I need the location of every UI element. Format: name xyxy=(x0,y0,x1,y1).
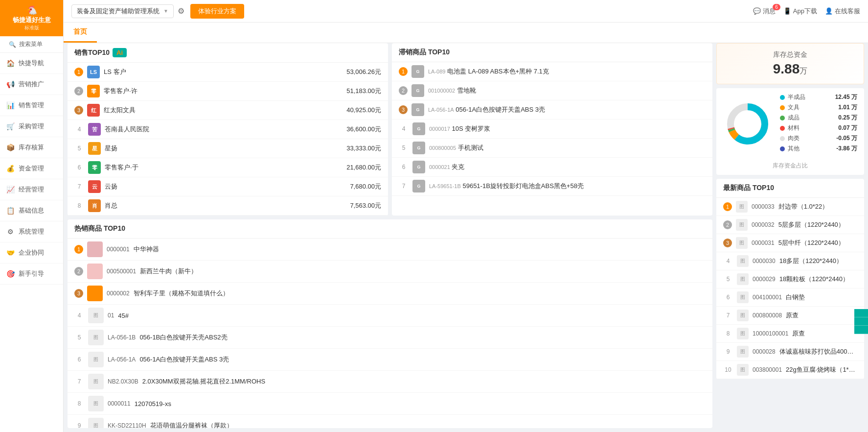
rank-number: 8 xyxy=(723,330,733,337)
sale-value: 40,925.00元 xyxy=(346,106,381,115)
trial-button[interactable]: 体验行业方案 xyxy=(190,4,244,19)
donut-chart-card: 半成品 12.45 万 文具 1.01 万 成品 0.25 万 材料 xyxy=(716,88,864,175)
product-row: 6 图 LA-056-1A 056-1A白色按键开关盖ABS 3壳 xyxy=(68,349,712,371)
product-code: 0000029 xyxy=(753,276,776,283)
float-btn-service[interactable]: 客服热线 xyxy=(854,309,868,317)
float-btn-community[interactable]: 服务社区 xyxy=(854,317,868,326)
product-image xyxy=(87,241,103,257)
donut-chart xyxy=(723,99,772,148)
sale-value: 36,600.00元 xyxy=(346,125,381,134)
table-row: 1 G LA-089 电池盖 LA-089 ABS本色+黑种 7.1克 xyxy=(392,62,712,81)
management-icon: 📈 xyxy=(6,186,15,193)
rank-number: 2 xyxy=(723,220,732,229)
rank-number: 9 xyxy=(74,422,84,428)
sidebar-item-jichu[interactable]: 📋 基础信息 xyxy=(0,200,63,221)
sidebar-search[interactable]: 🔍 搜索菜单 xyxy=(0,36,63,53)
gear-icon[interactable]: ⚙ xyxy=(178,6,184,16)
sidebar-item-kuaijie[interactable]: 🏠 快捷导航 xyxy=(0,53,63,74)
rank-number: 8 xyxy=(74,202,84,209)
app-icon: 📱 xyxy=(783,7,791,15)
sidebar-item-yingxiao[interactable]: 📢 营销推广 xyxy=(0,74,63,95)
storage-title: 库存总资金 xyxy=(724,50,857,59)
product-code: 0000011 xyxy=(108,400,131,407)
product-info: LA-59651-1B 59651-1B旋转投影灯电池盒ABS黑色+58壳 xyxy=(429,182,706,191)
customer-name: 肖总 xyxy=(105,201,350,210)
sidebar-item-label: 资金管理 xyxy=(19,164,44,173)
list-item: 4 图 0000030 18多层（1220*2440） xyxy=(716,252,864,270)
product-img: 图 xyxy=(737,328,749,339)
sidebar-item-zijin[interactable]: 💰 资金管理 xyxy=(0,158,63,179)
legend-value: 0.07 万 xyxy=(838,124,857,132)
sidebar-item-xiaoshou[interactable]: 📊 销售管理 xyxy=(0,95,63,116)
product-name: 原查 xyxy=(786,311,857,320)
legend-item: 文具 1.01 万 xyxy=(780,103,857,112)
product-info: 001000002 雪地靴 xyxy=(428,86,706,95)
rank-number: 5 xyxy=(399,144,409,151)
product-row: 1 0000001 中华神器 xyxy=(68,239,712,261)
table-row: 8 肖 肖总 7,563.00元 xyxy=(68,196,388,216)
list-item: 2 图 0000032 5层多层（1220*2440） xyxy=(716,216,864,234)
product-code: 003800001 xyxy=(753,366,782,373)
product-name: 新西兰牛肉（新牛） xyxy=(140,267,197,276)
float-btn-live[interactable]: 直播 xyxy=(854,326,868,334)
product-info: 000800005 手机测试 xyxy=(429,144,706,152)
top-two-cards: 销售TOP10 Ai 1 LS LS 客户 53,006.26元 2 xyxy=(68,43,712,216)
online-service[interactable]: 👤 在线客服 xyxy=(825,7,860,16)
topbar: 装备及固定资产辅助管理系统 ▼ ⚙ 体验行业方案 💬 消息 6 📱 App下载 … xyxy=(64,0,868,23)
legend-label-text: 文具 xyxy=(788,103,799,112)
product-img-placeholder: G xyxy=(411,84,424,97)
app-download[interactable]: 📱 App下载 xyxy=(783,7,817,16)
donut-footer: 库存资金占比 xyxy=(716,160,864,175)
legend-value: 0.25 万 xyxy=(838,114,857,122)
avatar: 零 xyxy=(87,85,100,97)
rank-number: 7 xyxy=(74,378,84,385)
legend-item: 成品 0.25 万 xyxy=(780,114,857,122)
product-name: 封边带（1.0*22） xyxy=(778,202,857,211)
product-name: 5层多层（1220*2440） xyxy=(778,220,857,229)
service-icon: 👤 xyxy=(825,7,833,15)
home-icon: 🏠 xyxy=(6,59,15,67)
rank-number: 1 xyxy=(399,67,408,76)
rank-number: 4 xyxy=(74,312,84,319)
rank-number: 2 xyxy=(399,86,408,95)
product-image xyxy=(87,264,103,279)
unsold-top10-card: 滞销商品 TOP10 1 G LA-089 电池盖 LA-089 ABS本色+黑… xyxy=(392,43,712,216)
product-row: 2 000500001 新西兰牛肉（新牛） xyxy=(68,261,712,283)
avatar: 肖 xyxy=(88,199,101,212)
product-row: 9 图 KK-SD22110H 花语萌值温分腿裤袜（厚款） xyxy=(68,415,712,428)
table-row: 6 零 零售客户·于 21,680.00元 xyxy=(68,158,388,177)
legend-value: 1.01 万 xyxy=(838,103,857,112)
sidebar-item-kucun[interactable]: 📦 库存核算 xyxy=(0,137,63,158)
product-code: 0000033 xyxy=(752,203,775,210)
guide-icon: 🎯 xyxy=(6,270,15,278)
avatar: 红 xyxy=(87,104,100,117)
product-image: 图 xyxy=(88,330,104,345)
sale-value: 33,333.00元 xyxy=(346,144,381,153)
logo-sub: 标准版 xyxy=(24,24,39,31)
rank-number: 2 xyxy=(74,87,83,96)
rank-number: 3 xyxy=(399,105,408,114)
sidebar-item-xinshou[interactable]: 🎯 新手引导 xyxy=(0,264,63,285)
sidebar-item-jingying[interactable]: 📈 经营管理 xyxy=(0,179,63,200)
product-code: 0000032 xyxy=(752,221,775,228)
system-select[interactable]: 装备及固定资产辅助管理系统 ▼ xyxy=(71,4,174,18)
product-row: 8 图 0000011 12070519-xs xyxy=(68,393,712,415)
basic-icon: 📋 xyxy=(6,207,15,215)
product-img-placeholder: G xyxy=(412,180,425,192)
product-img: 图 xyxy=(737,291,749,303)
sidebar-item-label: 系统管理 xyxy=(19,227,44,236)
product-name: 18颗粒板（1220*2440） xyxy=(779,275,857,284)
tab-home[interactable]: 首页 xyxy=(64,23,97,43)
product-name: 体诚嘉核味苏打饮品400毫升（1*15） xyxy=(779,347,857,356)
sidebar-item-xitong[interactable]: ⚙ 系统管理 xyxy=(0,221,63,242)
message-badge[interactable]: 💬 消息 6 xyxy=(753,7,776,16)
product-img: 图 xyxy=(737,364,749,376)
sales-icon: 📊 xyxy=(6,101,15,109)
customer-name: 星扬 xyxy=(105,144,346,153)
sidebar-item-caigou[interactable]: 🛒 采购管理 xyxy=(0,116,63,137)
product-img: 图 xyxy=(736,201,748,213)
product-img-placeholder: G xyxy=(411,103,424,116)
product-img: 图 xyxy=(736,219,748,231)
sidebar-item-qiye[interactable]: 🤝 企业协同 xyxy=(0,242,63,264)
product-image: 图 xyxy=(88,418,104,428)
